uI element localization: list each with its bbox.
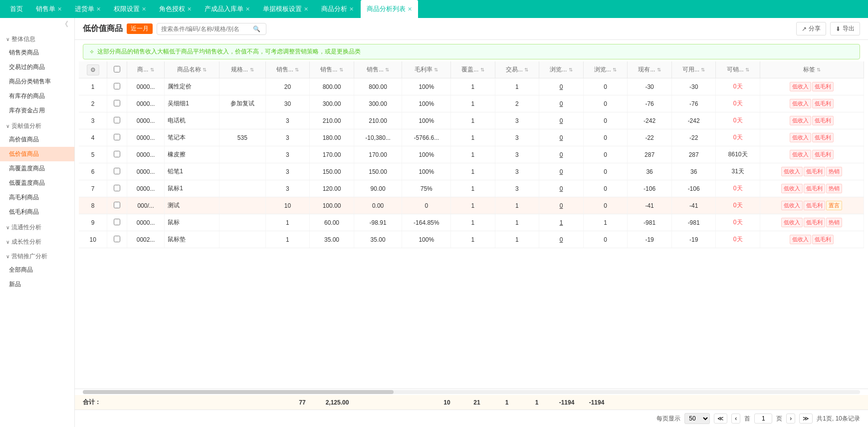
prev-page-btn[interactable]: ‹: [731, 414, 740, 424]
th-saleable[interactable]: 可销... ⇅: [716, 61, 760, 78]
th-view1[interactable]: 浏览... ⇅: [539, 61, 584, 78]
tab-close-icon[interactable]: ✕: [57, 6, 62, 12]
cell-check[interactable]: [107, 78, 127, 95]
sidebar-item-有库存的商品[interactable]: 有库存的商品: [0, 89, 74, 103]
per-page-select[interactable]: 50 100 200: [684, 413, 710, 424]
th-checkbox[interactable]: [107, 61, 127, 78]
cell-view1[interactable]: 0: [539, 78, 584, 95]
row-checkbox[interactable]: [114, 236, 120, 242]
nav-tab-商品分析[interactable]: 商品分析✕: [315, 0, 360, 18]
sidebar-item-库存资金占用[interactable]: 库存资金占用: [0, 103, 74, 118]
sidebar-collapse-btn[interactable]: 《: [59, 20, 70, 29]
select-all-checkbox[interactable]: [114, 66, 120, 72]
th-s3[interactable]: 销售... ⇅: [354, 61, 402, 78]
row-checkbox[interactable]: [114, 202, 120, 208]
cell-trade: 1: [495, 78, 539, 95]
cell-view1[interactable]: 0: [539, 129, 584, 146]
th-tags[interactable]: 标签 ⇅: [760, 61, 864, 78]
sidebar-item-低价值商品[interactable]: 低价值商品: [0, 147, 74, 161]
cell-check[interactable]: [107, 214, 127, 231]
row-checkbox[interactable]: [114, 219, 120, 225]
nav-tab-角色授权[interactable]: 角色授权✕: [153, 0, 198, 18]
time-badge[interactable]: 近一月: [127, 23, 153, 34]
sidebar-item-商品分类销售率[interactable]: 商品分类销售率: [0, 74, 74, 89]
th-s1[interactable]: 销售... ⇅: [265, 61, 310, 78]
th-gear[interactable]: ⚙: [79, 61, 107, 78]
tab-close-icon[interactable]: ✕: [408, 6, 412, 12]
cell-check[interactable]: [107, 197, 127, 214]
cell-days: 31天: [716, 163, 760, 180]
sidebar-group-整体信息[interactable]: ∨整体信息: [0, 31, 74, 45]
sidebar-group-营销推广分析[interactable]: ∨营销推广分析: [0, 248, 74, 263]
tab-close-icon[interactable]: ✕: [187, 6, 192, 12]
row-checkbox[interactable]: [114, 168, 120, 174]
cell-check[interactable]: [107, 231, 127, 248]
sidebar-group-流通性分析[interactable]: ∨流通性分析: [0, 219, 74, 234]
sidebar-group-成长性分析[interactable]: ∨成长性分析: [0, 234, 74, 248]
tab-close-icon[interactable]: ✕: [245, 6, 250, 12]
th-avail[interactable]: 可用... ⇅: [671, 61, 716, 78]
first-page-btn[interactable]: ≪: [714, 414, 727, 424]
cell-code: 000/...: [127, 197, 164, 214]
nav-home[interactable]: 首页: [4, 0, 29, 18]
cell-check[interactable]: [107, 112, 127, 129]
table-wrapper[interactable]: ⚙ 商... ⇅ 商品名称 ⇅ 规格... ⇅ 销售... ⇅ 销售... ⇅ …: [75, 61, 868, 389]
cell-view1[interactable]: 1: [539, 214, 584, 231]
row-checkbox[interactable]: [114, 117, 120, 123]
tab-close-icon[interactable]: ✕: [349, 6, 354, 12]
sidebar-item-销售类商品[interactable]: 销售类商品: [0, 45, 74, 60]
th-view2[interactable]: 浏览... ⇅: [583, 61, 628, 78]
row-checkbox[interactable]: [114, 134, 120, 140]
sidebar-item-高毛利商品[interactable]: 高毛利商品: [0, 190, 74, 205]
cell-check[interactable]: [107, 163, 127, 180]
cell-view1[interactable]: 0: [539, 231, 584, 248]
sidebar-item-高价值商品[interactable]: 高价值商品: [0, 132, 74, 147]
sidebar-item-高覆盖度商品[interactable]: 高覆盖度商品: [0, 161, 74, 176]
cell-view1[interactable]: 0: [539, 197, 584, 214]
cell-view1[interactable]: 0: [539, 163, 584, 180]
cell-check[interactable]: [107, 146, 127, 163]
th-s2[interactable]: 销售... ⇅: [310, 61, 354, 78]
next-page-btn[interactable]: ›: [786, 414, 795, 424]
row-checkbox[interactable]: [114, 151, 120, 157]
cell-view1[interactable]: 0: [539, 112, 584, 129]
cell-check[interactable]: [107, 180, 127, 197]
export-button[interactable]: ⬇ 导出: [830, 22, 860, 35]
sidebar-item-新品[interactable]: 新品: [0, 277, 74, 292]
th-spec[interactable]: 规格... ⇅: [219, 61, 266, 78]
nav-tab-产成品入库单[interactable]: 产成品入库单✕: [199, 0, 256, 18]
nav-tab-单据模板设置[interactable]: 单据模板设置✕: [257, 0, 314, 18]
th-code[interactable]: 商... ⇅: [127, 61, 164, 78]
row-checkbox[interactable]: [114, 83, 120, 89]
search-input[interactable]: [161, 25, 251, 32]
page-input[interactable]: [754, 414, 772, 424]
th-cov[interactable]: 覆盖... ⇅: [451, 61, 495, 78]
tab-close-icon[interactable]: ✕: [96, 6, 101, 12]
total-cell: [257, 399, 287, 406]
th-rate[interactable]: 毛利率 ⇅: [402, 61, 451, 78]
sidebar-group-贡献值分析[interactable]: ∨贡献值分析: [0, 118, 74, 132]
nav-tab-销售单[interactable]: 销售单✕: [30, 0, 68, 18]
th-name[interactable]: 商品名称 ⇅: [165, 61, 219, 78]
sidebar-item-交易过的商品[interactable]: 交易过的商品: [0, 60, 74, 74]
nav-tab-进货单[interactable]: 进货单✕: [69, 0, 107, 18]
cell-view1[interactable]: 0: [539, 180, 584, 197]
cell-check[interactable]: [107, 129, 127, 146]
sidebar-item-低毛利商品[interactable]: 低毛利商品: [0, 205, 74, 219]
gear-icon[interactable]: ⚙: [87, 64, 99, 75]
cell-view1[interactable]: 0: [539, 146, 584, 163]
share-button[interactable]: ↗ 分享: [796, 22, 826, 35]
cell-check[interactable]: [107, 95, 127, 112]
th-stock[interactable]: 现有... ⇅: [628, 61, 672, 78]
last-page-btn[interactable]: ≫: [799, 414, 813, 424]
sidebar-item-全部商品[interactable]: 全部商品: [0, 263, 74, 277]
row-checkbox[interactable]: [114, 185, 120, 191]
nav-tab-商品分析列表[interactable]: 商品分析列表✕: [361, 0, 418, 18]
tab-close-icon[interactable]: ✕: [142, 6, 146, 12]
sidebar-item-低覆盖度商品[interactable]: 低覆盖度商品: [0, 176, 74, 190]
cell-view1[interactable]: 0: [539, 95, 584, 112]
nav-tab-权限设置[interactable]: 权限设置✕: [108, 0, 152, 18]
tab-close-icon[interactable]: ✕: [304, 6, 308, 12]
th-trade[interactable]: 交易... ⇅: [495, 61, 539, 78]
row-checkbox[interactable]: [114, 100, 120, 106]
